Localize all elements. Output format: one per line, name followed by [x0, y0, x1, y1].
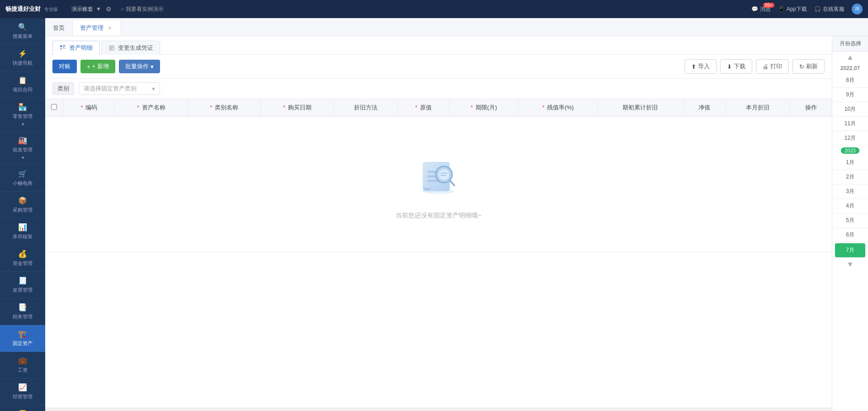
month-item-2022-10[interactable]: 10月 [832, 102, 868, 117]
top-bar-right: 💬 消息 99+ 📱 App下载 🎧 在线客服 用 [751, 4, 863, 14]
empty-text: 当前您还没有固定资产明细哦~ [396, 212, 481, 220]
retail-icon: 🏪 [18, 103, 27, 111]
month-item-2022-11[interactable]: 11月 [832, 117, 868, 131]
sidebar-item-capital[interactable]: 💰 资金管理 [0, 245, 45, 272]
sidebar-item-ecommerce[interactable]: 🛒 小畅电商 [0, 165, 45, 192]
download-button[interactable]: ⬇ 下载 [720, 59, 752, 74]
print-button[interactable]: 🖨 打印 [756, 59, 789, 74]
sidebar-invoice-label: 发票管理 [13, 287, 33, 293]
import-button[interactable]: ⬆ 导入 [684, 59, 717, 74]
app-download-label: App下载 [787, 5, 807, 13]
sidebar-item-retail[interactable]: 🏪 零售管理 ▾ [0, 98, 45, 132]
toolbar: 对账 + + 新增 批量操作 ▾ ⬆ 导入 [45, 55, 832, 79]
sidebar-item-purchase[interactable]: 📦 采购管理 [0, 192, 45, 218]
code-required-star: * [80, 104, 83, 111]
sidebar-item-wholesale[interactable]: 🏭 批发管理 ▾ [0, 132, 45, 165]
chevron-up-icon: ▲ [847, 53, 854, 61]
horizontal-scrollbar[interactable] [45, 407, 832, 411]
col-purchase-date: * 购买日期 [261, 99, 334, 117]
month-item-2022-08[interactable]: 8月 [832, 73, 868, 88]
tab-home[interactable]: 首页 [45, 19, 72, 36]
sidebar-item-invoice[interactable]: 🧾 发票管理 [0, 272, 45, 298]
batch-ops-arrow-icon: ▾ [151, 63, 154, 70]
empty-state-row: 当前您还没有固定资产明细哦~ [45, 117, 832, 252]
sidebar-operations-label: 经营管理 [13, 393, 33, 400]
checkbox-header [45, 99, 63, 117]
svg-rect-1 [63, 45, 66, 46]
month-nav-down-button[interactable]: ▼ [832, 259, 868, 270]
sidebar-capital-label: 资金管理 [13, 260, 33, 267]
message-button[interactable]: 💬 消息 99+ [751, 5, 771, 13]
operations-icon: 📈 [18, 383, 27, 392]
dropdown-icon[interactable]: ▼ [96, 6, 101, 12]
app-download-button[interactable]: 📱 App下载 [778, 5, 807, 13]
month-item-2022-12[interactable]: 12月 [832, 131, 868, 146]
demo-text: 我要看实例演示 [126, 5, 164, 13]
sidebar-item-tax[interactable]: 📑 税务管理 [0, 298, 45, 325]
fixed-assets-icon: 🏗️ [18, 330, 27, 338]
settings-icon[interactable]: ⚙ [106, 5, 112, 13]
sidebar-item-quicknav[interactable]: ⚡ 快捷导航 [0, 45, 45, 71]
sidebar-tax-label: 税务管理 [13, 313, 33, 320]
month-item-2023-01[interactable]: 1月 [832, 156, 868, 170]
add-button[interactable]: + + 新增 [80, 60, 115, 73]
sidebar-search-label: 搜索菜单 [13, 33, 33, 40]
ecommerce-icon: 🛒 [18, 170, 27, 178]
main-layout: 🔍 搜索菜单 ⚡ 快捷导航 📋 项目合同 🏪 零售管理 ▾ 🏭 批发管理 ▾ 🛒… [0, 18, 868, 411]
sub-tab-asset-detail[interactable]: 资产明细 [52, 41, 99, 55]
col-code: * 编码 [63, 99, 115, 117]
chevron-down-icon: ▼ [847, 260, 854, 269]
month-item-2023-07[interactable]: 7月 [835, 243, 865, 258]
top-bar-left: 畅捷通好业财 专业版 [5, 5, 58, 13]
demo-link[interactable]: ○ 我要看实例演示 [121, 5, 164, 13]
col-residual-rate-label: 残值率(%) [547, 104, 574, 111]
col-code-label: 编码 [85, 104, 97, 111]
col-category-label: 类别名称 [215, 104, 238, 111]
refresh-button[interactable]: ↻ 刷新 [793, 59, 825, 74]
sub-tab-change-voucher[interactable]: 变更生成凭证 [101, 41, 160, 55]
headset-icon: 🎧 [814, 6, 821, 12]
select-all-checkbox[interactable] [51, 104, 57, 110]
col-monthly-depreciation: 本月折旧 [726, 99, 790, 117]
col-operations-label: 操作 [805, 104, 817, 111]
col-term-label: 期限(月) [476, 104, 497, 111]
category-filter-select[interactable]: 请选择固定资产类别 ▾ [79, 82, 160, 95]
online-service-button[interactable]: 🎧 在线客服 [814, 5, 844, 13]
tab-close-icon[interactable]: × [106, 24, 113, 32]
user-avatar[interactable]: 用 [852, 4, 863, 14]
col-accumulated-depreciation-label: 期初累计折旧 [623, 104, 658, 111]
invoice-icon: 🧾 [18, 276, 27, 285]
sidebar-item-project[interactable]: 📋 项目合同 [0, 71, 45, 98]
voucher-icon [108, 44, 115, 52]
reconcile-button[interactable]: 对账 [52, 60, 77, 73]
sidebar-item-ledger[interactable]: 📒 总账管理 [0, 405, 45, 411]
svg-line-17 [450, 180, 454, 185]
month-nav-up-button[interactable]: ▲ [832, 52, 868, 63]
category-filter-label: 类别 [52, 82, 74, 95]
empty-state: 当前您还没有固定资产明细哦~ [51, 121, 826, 247]
batch-ops-button[interactable]: 批量操作 ▾ [119, 60, 160, 73]
sidebar-item-fixed-assets[interactable]: 🏗️ 固定资产 [0, 325, 45, 352]
month-item-2023-06[interactable]: 6月 [832, 228, 868, 242]
sidebar-item-salary[interactable]: 💼 工资 [0, 352, 45, 378]
col-category: * 类别名称 [188, 99, 260, 117]
toolbar-right: ⬆ 导入 ⬇ 下载 🖨 打印 ↻ 刷新 [684, 59, 825, 74]
sidebar-ecommerce-label: 小畅电商 [13, 180, 33, 187]
col-original-value-label: 原值 [420, 104, 432, 111]
month-item-2023-05[interactable]: 5月 [832, 213, 868, 228]
sidebar-item-inventory[interactable]: 📊 库存核算 [0, 218, 45, 245]
month-item-2023-03[interactable]: 3月 [832, 184, 868, 199]
sidebar-item-search[interactable]: 🔍 搜索菜单 [0, 18, 45, 45]
app-title: 畅捷通好业财 [5, 5, 41, 13]
month-item-2022-09[interactable]: 9月 [832, 88, 868, 102]
company-selector[interactable]: 演示账套 ▼ [71, 5, 101, 13]
tab-home-label: 首页 [53, 24, 65, 32]
year-2023-badge: 2023 [841, 147, 859, 154]
list-icon [59, 44, 66, 52]
tab-assets-management[interactable]: 资产管理 × [72, 19, 121, 36]
refresh-icon: ↻ [799, 63, 804, 70]
month-item-2023-02[interactable]: 2月 [832, 170, 868, 184]
sidebar-item-operations[interactable]: 📈 经营管理 [0, 378, 45, 405]
col-net-value: 净值 [683, 99, 726, 117]
month-item-2023-04[interactable]: 4月 [832, 199, 868, 213]
